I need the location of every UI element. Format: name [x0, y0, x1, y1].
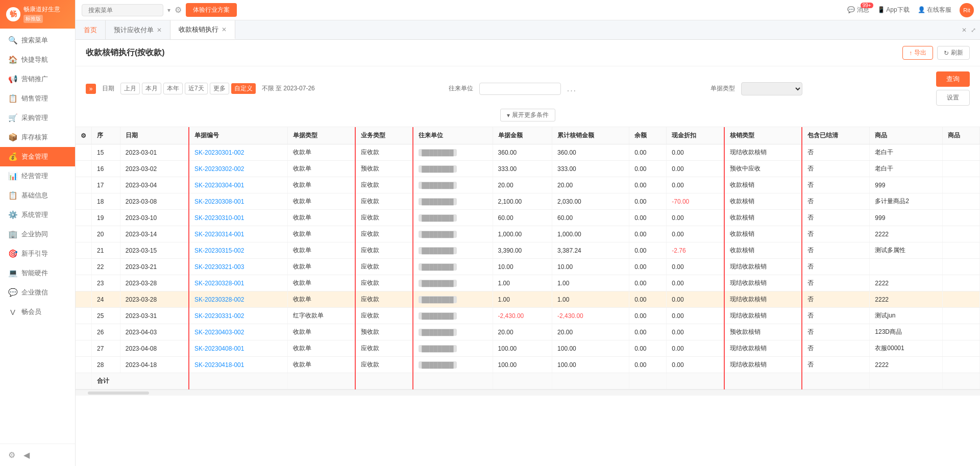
- th-settings[interactable]: ⚙: [76, 127, 92, 144]
- last-7days-button[interactable]: 近7天: [185, 83, 208, 94]
- this-year-button[interactable]: 本年: [163, 83, 183, 94]
- sidebar-item-inventory[interactable]: 📦库存核算: [0, 128, 75, 147]
- table-cell[interactable]: SK-20230315-002: [189, 242, 287, 259]
- sidebar-item-wechat[interactable]: 💬企业微信: [0, 283, 75, 302]
- table-cell[interactable]: SK-20230331-002: [189, 308, 287, 324]
- table-cell: 1.00: [493, 291, 552, 308]
- table-cell: 999: [870, 177, 942, 193]
- doc-type-select[interactable]: [741, 82, 802, 95]
- tab-close-all-icon[interactable]: ✕: [962, 27, 967, 34]
- export-button[interactable]: ↑ 导出: [902, 46, 933, 60]
- column-settings-icon[interactable]: ⚙: [81, 132, 86, 139]
- sidebar-item-guide[interactable]: 🎯新手引导: [0, 244, 75, 263]
- table-scrollbar[interactable]: [76, 389, 980, 396]
- settings-bottom-icon[interactable]: ⚙: [8, 450, 15, 460]
- table-cell[interactable]: SK-20230302-002: [189, 161, 287, 177]
- table-cell: 老白干: [870, 161, 942, 177]
- table-cell[interactable]: SK-20230328-001: [189, 275, 287, 291]
- table-row[interactable]: 202023-03-14SK-20230314-001收款单应收款███████…: [76, 226, 980, 242]
- setting-button[interactable]: 设置: [936, 90, 970, 106]
- table-cell: ████████: [413, 161, 493, 177]
- sidebar-item-quicknav[interactable]: 🏠快捷导航: [0, 50, 75, 69]
- sidebar-item-system[interactable]: ⚙️系统管理: [0, 205, 75, 225]
- tab-bar: 首页 预计应收付单 ✕ 收款核销执行 ✕ ✕ ⤢: [76, 20, 980, 40]
- table-cell[interactable]: SK-20230308-001: [189, 193, 287, 210]
- table-cell[interactable]: SK-20230310-001: [189, 210, 287, 226]
- page-title: 收款核销执行(按收款): [86, 47, 165, 58]
- sidebar-item-marketing[interactable]: 📢营销推广: [0, 69, 75, 89]
- app-download-link[interactable]: 📱 App下载: [877, 6, 910, 14]
- table-row[interactable]: 272023-04-08SK-20230408-001收款单应收款███████…: [76, 340, 980, 357]
- data-table-container[interactable]: ⚙ 序 日期 单据编号 单据类型 业务类型 往来单位 单据金额 累计核销金额 余…: [76, 127, 980, 466]
- table-cell: 19: [92, 210, 120, 226]
- industry-solution-button[interactable]: 体验行业方案: [186, 3, 237, 17]
- th-biz-type: 业务类型: [355, 127, 413, 144]
- topbar-search-input[interactable]: [82, 4, 163, 16]
- table-cell[interactable]: SK-20230418-001: [189, 357, 287, 373]
- table-cell: 25: [92, 308, 120, 324]
- table-cell: 收款单: [287, 193, 355, 210]
- page-header: 收款核销执行(按收款) ↑ 导出 ↻ 刷新: [76, 40, 980, 66]
- table-cell: [942, 193, 979, 210]
- sidebar-item-member[interactable]: V畅会员: [0, 302, 75, 322]
- table-row[interactable]: 162023-03-02SK-20230302-002收款单预收款███████…: [76, 161, 980, 177]
- tab-prereceipt[interactable]: 预计应收付单 ✕: [106, 20, 170, 39]
- filter-expand-button[interactable]: »: [86, 84, 96, 94]
- table-cell: 0.00: [667, 357, 724, 373]
- chevron-down-icon[interactable]: ▾: [167, 7, 170, 14]
- topbar-right: 💬 消息 99+ 📱 App下载 👤 在线客服 Rit: [847, 3, 974, 17]
- sidebar-item-finance[interactable]: 💰资金管理: [0, 147, 75, 166]
- table-cell[interactable]: SK-20230328-002: [189, 291, 287, 308]
- tab-expand-icon[interactable]: ⤢: [971, 27, 976, 34]
- user-avatar[interactable]: Rit: [960, 3, 974, 17]
- table-row[interactable]: 262023-04-03SK-20230403-002收款单预收款███████…: [76, 324, 980, 340]
- more-date-button[interactable]: 更多: [210, 83, 229, 94]
- prereceipt-tab-close-icon[interactable]: ✕: [157, 27, 162, 34]
- table-row[interactable]: 282023-04-18SK-20230418-001收款单应收款███████…: [76, 357, 980, 373]
- table-cell: 0.00: [667, 340, 724, 357]
- this-month-button[interactable]: 本月: [142, 83, 161, 94]
- sidebar-item-operation[interactable]: 📊经营管理: [0, 166, 75, 186]
- table-cell: 0.00: [667, 291, 724, 308]
- table-row[interactable]: 152023-03-01SK-20230301-002收款单应收款███████…: [76, 144, 980, 161]
- custom-date-button[interactable]: 自定义: [231, 83, 256, 94]
- table-cell[interactable]: SK-20230304-001: [189, 177, 287, 193]
- sidebar-item-basic[interactable]: 📋基础信息: [0, 186, 75, 205]
- prereceipt-tab-label: 预计应收付单: [114, 26, 154, 35]
- table-row[interactable]: 172023-03-04SK-20230304-001收款单应收款███████…: [76, 177, 980, 193]
- table-row[interactable]: 242023-03-28SK-20230328-002收款单应收款███████…: [76, 291, 980, 308]
- collapse-icon[interactable]: ◀: [23, 450, 30, 460]
- table-row[interactable]: 212023-03-15SK-20230315-002收款单应收款███████…: [76, 242, 980, 259]
- scroll-thumb[interactable]: [88, 391, 149, 395]
- sidebar-item-search[interactable]: 🔍搜索菜单: [0, 31, 75, 50]
- message-icon[interactable]: 💬 消息 99+: [847, 6, 869, 14]
- topbar-gear-icon[interactable]: ⚙: [175, 5, 182, 15]
- table-cell[interactable]: SK-20230321-003: [189, 259, 287, 275]
- query-button[interactable]: 查询: [936, 71, 970, 87]
- collection-tab-close-icon[interactable]: ✕: [222, 26, 227, 33]
- table-cell[interactable]: SK-20230403-002: [189, 324, 287, 340]
- sidebar-item-hardware[interactable]: 💻智能硬件: [0, 263, 75, 283]
- table-row[interactable]: 252023-03-31SK-20230331-002红字收款单应收款█████…: [76, 308, 980, 324]
- table-row[interactable]: 192023-03-10SK-20230310-001收款单应收款███████…: [76, 210, 980, 226]
- table-cell[interactable]: SK-20230314-001: [189, 226, 287, 242]
- sidebar-item-corp[interactable]: 🏢企业协同: [0, 225, 75, 244]
- sidebar-item-sales[interactable]: 📋销售管理: [0, 89, 75, 108]
- table-cell[interactable]: SK-20230408-001: [189, 340, 287, 357]
- table-cell: 现结收款核销: [724, 291, 802, 308]
- table-row[interactable]: 182023-03-08SK-20230308-001收款单应收款███████…: [76, 193, 980, 210]
- customer-service-link[interactable]: 👤 在线客服: [918, 6, 951, 14]
- expand-more-button[interactable]: ▾ 展开更多条件: [500, 109, 555, 121]
- table-cell: 22: [92, 259, 120, 275]
- tab-home[interactable]: 首页: [76, 20, 106, 39]
- sidebar-item-purchase[interactable]: 🛒采购管理: [0, 108, 75, 128]
- tab-collection[interactable]: 收款核销执行 ✕: [170, 20, 235, 39]
- table-row[interactable]: 232023-03-28SK-20230328-001收款单应收款███████…: [76, 275, 980, 291]
- table-row[interactable]: 222023-03-21SK-20230321-003收款单应收款███████…: [76, 259, 980, 275]
- counterparty-filter-input[interactable]: [479, 83, 561, 95]
- last-month-button[interactable]: 上月: [120, 83, 140, 94]
- table-cell[interactable]: SK-20230301-002: [189, 144, 287, 161]
- logo: 畅 畅康道好生意 标推版: [0, 0, 75, 29]
- table-cell: 2023-03-21: [120, 259, 189, 275]
- refresh-button[interactable]: ↻ 刷新: [937, 46, 970, 60]
